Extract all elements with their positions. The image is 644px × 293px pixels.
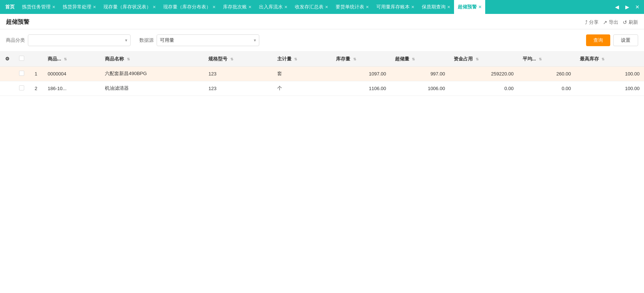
datasource-label: 数据源	[139, 37, 154, 44]
sort-max-inventory-icon: ⇅	[601, 57, 604, 61]
category-filter-group: 商品分类 ▾	[6, 34, 131, 46]
category-select[interactable]: ▾	[28, 34, 131, 46]
row-capital: 0.00	[449, 81, 518, 96]
row-goods-code: 0000004	[43, 66, 100, 81]
refresh-icon: ↺	[623, 19, 627, 25]
row-goods-code: 186-10...	[43, 81, 100, 96]
col-inventory[interactable]: 库存量 ⇅	[332, 52, 391, 66]
row-goods-name: 六配套新昌490BPG	[100, 66, 204, 81]
col-max-inventory[interactable]: 最高库存 ⇅	[575, 52, 644, 66]
page-content: 超储预警 ⤴ 分享 ↗ 导出 ↺ 刷新 商品分类 ▾ 数据源	[0, 14, 644, 293]
nav-close-overstock[interactable]: ✕	[478, 5, 482, 10]
row-checkbox-cell[interactable]	[15, 66, 29, 81]
category-dropdown-icon: ▾	[125, 38, 127, 43]
col-num	[29, 52, 43, 66]
datasource-filter-group: 数据源 可用量 ▾	[139, 34, 259, 46]
row-overstock: 1006.00	[391, 81, 450, 96]
col-goods-code[interactable]: 商品... ⇅	[43, 52, 100, 66]
share-button[interactable]: ⤴ 分享	[585, 19, 599, 26]
sort-overstock-icon: ⇅	[412, 57, 415, 61]
nav-overstock-warning[interactable]: 超储预警 ✕	[454, 0, 485, 14]
category-label: 商品分类	[6, 37, 25, 44]
col-overstock[interactable]: 超储量 ⇅	[391, 52, 450, 66]
nav-close-inventory-status[interactable]: ✕	[153, 5, 156, 10]
nav-close-batch[interactable]: ✕	[248, 5, 252, 10]
row-inventory: 1097.00	[332, 66, 391, 81]
nav-quality-check[interactable]: 保质期查询 ✕	[418, 0, 454, 14]
share-icon: ⤴	[585, 19, 588, 25]
col-avg[interactable]: 平均... ⇅	[518, 52, 575, 66]
datasource-dropdown-icon: ▾	[254, 38, 256, 43]
data-table: ⚙ 商品... ⇅ 商品名称 ⇅ 规格型号	[0, 52, 644, 96]
export-icon: ↗	[603, 19, 607, 25]
nav-task-mgmt[interactable]: 拣货任务管理 ✕	[18, 0, 59, 14]
filter-buttons: 查询 设置	[586, 34, 638, 46]
nav-close-inout[interactable]: ✕	[284, 5, 288, 10]
nav-close-order[interactable]: ✕	[366, 5, 369, 10]
row-spec: 123	[204, 81, 272, 96]
nav-exception-handling[interactable]: 拣货异常处理 ✕	[59, 0, 100, 14]
header-checkbox[interactable]	[19, 56, 24, 61]
sort-spec-icon: ⇅	[230, 57, 233, 61]
nav-arrow-left[interactable]: ◀	[612, 0, 622, 14]
row-unit: 套	[273, 66, 332, 81]
nav-batch-account[interactable]: 库存批次账 ✕	[219, 0, 255, 14]
row-max-inventory: 100.00	[575, 81, 644, 96]
row-num-cell: 1	[29, 66, 43, 81]
row-checkbox-1[interactable]	[19, 85, 24, 90]
nav-close-task-mgmt[interactable]: ✕	[52, 5, 55, 10]
sort-goods-name-icon: ⇅	[127, 57, 130, 61]
row-gear-cell	[0, 66, 15, 81]
row-unit: 个	[273, 81, 332, 96]
col-checkbox-header[interactable]	[15, 52, 29, 66]
nav-arrows: ◀ ▶ ✕	[612, 0, 643, 14]
datasource-select[interactable]: 可用量 ▾	[157, 34, 259, 46]
sort-inventory-icon: ⇅	[353, 57, 356, 61]
nav-order-stats[interactable]: 要货单统计表 ✕	[332, 0, 373, 14]
nav-receive-summary[interactable]: 收发存汇总表 ✕	[291, 0, 332, 14]
col-unit[interactable]: 主计量 ⇅	[273, 52, 332, 66]
nav-close-available[interactable]: ✕	[411, 5, 414, 10]
sort-capital-icon: ⇅	[476, 57, 479, 61]
nav-inventory-status[interactable]: 现存量（库存状况表） ✕	[100, 0, 160, 14]
row-avg: 0.00	[518, 81, 575, 96]
top-navigation: 首页 拣货任务管理 ✕ 拣货异常处理 ✕ 现存量（库存状况表） ✕ 现存量（库存…	[0, 0, 644, 14]
header-actions: ⤴ 分享 ↗ 导出 ↺ 刷新	[585, 19, 638, 26]
row-checkbox-cell[interactable]	[15, 81, 29, 96]
refresh-button[interactable]: ↺ 刷新	[623, 19, 638, 26]
table-row: 2 186-10... 机油滤清器 123 个 1106.00 1006.00 …	[0, 81, 644, 96]
sort-goods-code-icon: ⇅	[64, 57, 67, 61]
filter-area: 商品分类 ▾ 数据源 可用量 ▾ 查询 设置	[0, 29, 644, 52]
col-gear[interactable]: ⚙	[0, 52, 15, 66]
row-inventory: 1106.00	[332, 81, 391, 96]
nav-close-inventory-dist[interactable]: ✕	[212, 5, 216, 10]
gear-icon: ⚙	[5, 56, 10, 62]
row-spec: 123	[204, 66, 272, 81]
nav-close-quality[interactable]: ✕	[447, 5, 450, 10]
nav-arrow-close[interactable]: ✕	[632, 0, 643, 14]
nav-arrow-right[interactable]: ▶	[622, 0, 632, 14]
table-body: 1 0000004 六配套新昌490BPG 123 套 1097.00 997.…	[0, 66, 644, 96]
nav-inventory-dist[interactable]: 现存量（库存分布表） ✕	[160, 0, 219, 14]
col-goods-name[interactable]: 商品名称 ⇅	[100, 52, 204, 66]
page-header: 超储预警 ⤴ 分享 ↗ 导出 ↺ 刷新	[0, 14, 644, 29]
col-capital[interactable]: 资金占用 ⇅	[449, 52, 518, 66]
row-avg: 260.00	[518, 66, 575, 81]
nav-available-account[interactable]: 可用量库存账本 ✕	[373, 0, 418, 14]
nav-close-receive[interactable]: ✕	[325, 5, 328, 10]
row-checkbox-0[interactable]	[19, 71, 24, 76]
settings-button[interactable]: 设置	[613, 34, 638, 46]
page-title: 超储预警	[6, 18, 29, 26]
nav-close-exception[interactable]: ✕	[93, 5, 96, 10]
row-gear-cell	[0, 81, 15, 96]
export-button[interactable]: ↗ 导出	[603, 19, 618, 26]
row-goods-name: 机油滤清器	[100, 81, 204, 96]
sort-unit-icon: ⇅	[294, 57, 297, 61]
nav-home[interactable]: 首页	[1, 0, 18, 14]
table-header-row: ⚙ 商品... ⇅ 商品名称 ⇅ 规格型号	[0, 52, 644, 66]
sort-avg-icon: ⇅	[539, 57, 542, 61]
col-spec[interactable]: 规格型号 ⇅	[204, 52, 272, 66]
datasource-select-value: 可用量	[160, 37, 254, 44]
query-button[interactable]: 查询	[586, 34, 610, 46]
nav-inout-flow[interactable]: 出入库流水 ✕	[255, 0, 291, 14]
